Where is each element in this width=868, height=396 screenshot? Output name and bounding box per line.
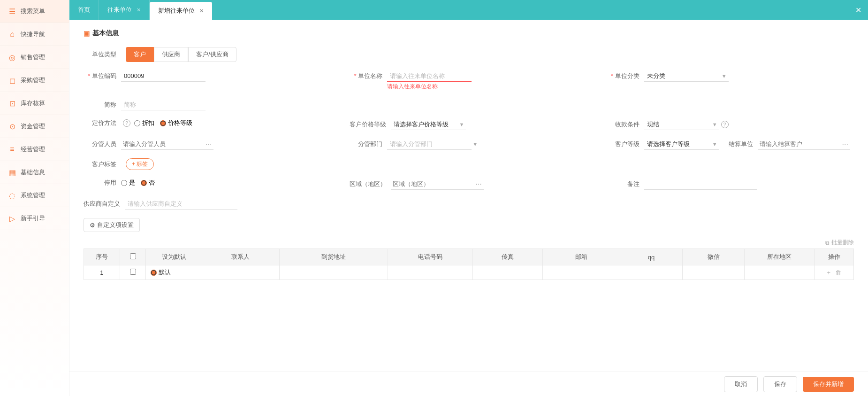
purchase-icon: ◻ [8,76,17,85]
department-chevron: ▼ [472,141,478,147]
contact-input[interactable] [222,269,259,276]
pricing-level[interactable]: 价格等级 [160,119,192,127]
payment-terms-label: 收款条件 [607,120,644,129]
remark-label: 备注 [607,180,644,188]
tab-new-partner-close[interactable]: ✕ [199,8,204,14]
customer-price-level-select[interactable]: 请选择客户价格等级 [391,119,466,130]
phone-input[interactable] [409,269,451,276]
pricing-level-radio[interactable] [160,120,166,126]
row-default: 默认 [146,265,202,280]
unit-name-error: 请输入往来单位名称 [387,83,438,91]
sidebar-item-system[interactable]: ◌ 系统管理 [0,184,69,207]
disable-yes[interactable]: 是 [121,179,135,187]
pricing-method-field: 定价方法 ? 折扣 价格等级 [84,119,340,127]
disable-field: 停用 是 否 [84,179,340,187]
sidebar-item-finance[interactable]: ⊙ 资金管理 [0,115,69,138]
settlement-unit-label: 结算单位 [729,140,758,148]
pricing-help-icon[interactable]: ? [123,119,130,127]
sidebar-item-inventory[interactable]: ⊡ 库存核算 [0,92,69,115]
custom-settings-label: 自定义项设置 [97,221,134,229]
unit-category-select[interactable]: 未分类 [644,70,729,82]
sidebar-item-operations[interactable]: ≡ 经营管理 [0,138,69,161]
tab-partners-close[interactable]: ✕ [137,7,141,13]
remark-input[interactable] [644,179,757,190]
unit-type-both[interactable]: 客户/供应商 [188,47,236,62]
save-new-button[interactable]: 保存并新增 [803,377,854,392]
unit-name-input[interactable] [387,70,472,82]
qq-input[interactable] [637,269,665,276]
table-row: 1 默认 + [84,265,854,280]
section-title: ▣ 基本信息 [84,29,854,38]
row-add-btn[interactable]: + [827,269,830,276]
sidebar-item-basic-info[interactable]: ▦ 基础信息 [0,161,69,184]
tab-home[interactable]: 首页 [69,0,99,20]
row-fax [473,265,543,280]
save-button[interactable]: 保存 [763,376,797,392]
row-delete-btn[interactable]: 🗑 [835,269,841,276]
pricing-row: 定价方法 ? 折扣 价格等级 客户价格等级 请选择客户价格等级 [84,119,854,130]
region-input[interactable] [391,179,473,189]
col-fax: 传真 [473,249,543,265]
short-name-label: 简称 [84,101,121,109]
settlement-unit-input[interactable] [758,139,840,149]
cancel-button[interactable]: 取消 [724,376,758,392]
batch-delete-icon: ⧉ [825,240,830,246]
disable-no[interactable]: 否 [141,179,155,187]
manager-label: 分管人员 [84,140,121,148]
row-default-radio-label[interactable]: 默认 [151,268,197,277]
tab-new-partner[interactable]: 新增往来单位 ✕ [150,2,212,20]
manager-row: 分管人员 ··· 分管部门 ▼ 客户等级 请选择客户等级 [84,139,854,150]
row-checkbox[interactable] [130,269,136,275]
unit-code-input[interactable] [121,70,206,82]
supplier-custom-input[interactable] [125,198,237,210]
col-seq: 序号 [84,249,120,265]
customer-level-select[interactable]: 请选择客户等级 [644,139,719,150]
pricing-discount[interactable]: 折扣 [134,119,154,127]
unit-type-customer[interactable]: 客户 [126,47,154,62]
payment-terms-help[interactable]: ? [721,121,729,128]
unit-type-supplier[interactable]: 供应商 [154,47,188,62]
region-field: 区域（地区） ··· [340,179,597,190]
disable-label: 停用 [84,179,121,187]
row-region-input[interactable] [763,269,796,276]
select-all-checkbox[interactable] [130,253,136,259]
tabs-close-all[interactable]: ✕ [849,6,868,15]
custom-settings-button[interactable]: ⚙ 自定义项设置 [84,218,140,232]
region-label: 区域（地区） [350,180,391,188]
unit-name-field: 单位名称 请输入往来单位名称 [340,70,597,91]
sidebar-item-search[interactable]: ☰ 搜索菜单 [0,0,69,23]
customer-level-wrapper: 请选择客户等级 ▼ [644,139,719,150]
row-default-radio[interactable] [151,270,157,276]
manager-input[interactable] [121,139,204,149]
fax-input[interactable] [491,269,524,276]
region-more-btn[interactable]: ··· [473,180,483,188]
sales-icon: ◎ [8,53,17,62]
disable-no-radio[interactable] [141,180,147,186]
unit-code-label: 单位编码 [84,72,121,80]
sidebar-item-quick-nav[interactable]: ⌂ 快捷导航 [0,23,69,46]
col-wechat: 微信 [682,249,744,265]
department-input[interactable] [387,139,472,150]
address-input[interactable] [305,269,362,276]
col-address: 到货地址 [280,249,388,265]
unit-code-field: 单位编码 [84,70,340,82]
manager-more-btn[interactable]: ··· [204,140,213,148]
short-name-input[interactable] [121,99,206,110]
payment-terms-select[interactable]: 现结 [644,119,719,130]
tab-partners[interactable]: 往来单位 ✕ [99,0,150,20]
wechat-input[interactable] [700,269,728,276]
tags-row: 客户标签 + 标签 [84,158,854,170]
unit-category-select-wrapper: 未分类 ▼ [644,70,729,82]
settlement-unit-more[interactable]: ··· [840,140,850,148]
sidebar-item-purchase[interactable]: ◻ 采购管理 [0,69,69,92]
pricing-discount-radio[interactable] [134,120,140,126]
sidebar-item-guide[interactable]: ▷ 新手引导 [0,207,69,230]
short-name-row: 简称 [84,99,854,110]
disable-yes-radio[interactable] [121,180,127,186]
email-input[interactable] [563,269,600,276]
manager-input-wrapper: ··· [121,139,213,150]
batch-delete-area[interactable]: ⧉ 批量删除 [84,239,854,247]
sidebar-item-sales[interactable]: ◎ 销售管理 [0,46,69,69]
unit-type-label: 单位类型 [84,50,121,59]
add-tag-button[interactable]: + 标签 [126,158,154,170]
